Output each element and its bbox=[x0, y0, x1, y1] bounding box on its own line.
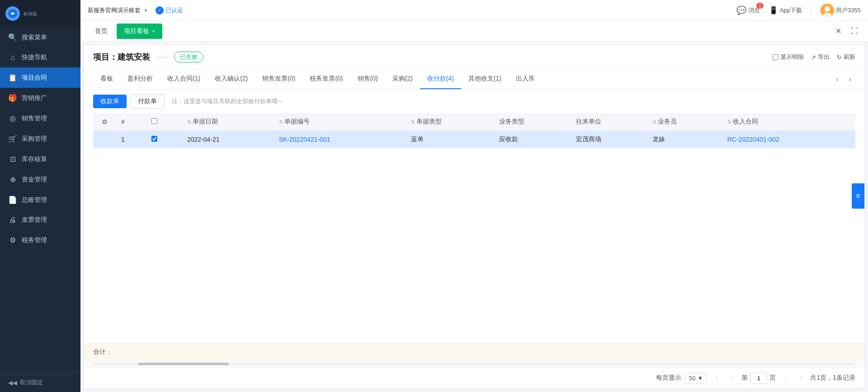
export-button[interactable]: ↗ 导出 bbox=[811, 53, 830, 61]
sidebar-item-label: 资金管理 bbox=[22, 176, 47, 184]
last-page-btn[interactable]: ⟩ bbox=[795, 372, 807, 384]
sidebar-header: 标准版 bbox=[0, 0, 80, 27]
select-all-checkbox[interactable] bbox=[151, 118, 157, 124]
account-selector[interactable]: 新服务官网演示账套 ▼ bbox=[88, 6, 148, 14]
row-no: 1 bbox=[116, 131, 146, 148]
sidebar-item-marketing[interactable]: 🎁 营销推广 bbox=[0, 88, 80, 108]
sidebar-item-purchase[interactable]: 🛒 采购管理 bbox=[0, 129, 80, 149]
total-info: 共1页，1条记录 bbox=[810, 374, 855, 382]
row-gear[interactable] bbox=[93, 131, 116, 148]
th-gear[interactable]: ⚙ bbox=[93, 113, 116, 131]
page-input[interactable] bbox=[750, 372, 767, 384]
subnav-tab-receipts[interactable]: 收付款(4) bbox=[420, 69, 461, 89]
receipts-btn[interactable]: 收款单 bbox=[93, 95, 127, 108]
row-income-contract[interactable]: RC-20220401-002 bbox=[722, 131, 855, 148]
scrollbar-row bbox=[84, 361, 864, 367]
certified-badge: ✓ 已认证 bbox=[156, 6, 183, 14]
right-panel-toggle[interactable]: ≡ bbox=[852, 183, 864, 209]
invoice-icon: 🖨 bbox=[8, 216, 17, 224]
app-logo bbox=[5, 6, 20, 21]
th-checkbox[interactable] bbox=[146, 113, 181, 131]
subnav-tab-warehouse[interactable]: 出入库 bbox=[509, 69, 542, 89]
row-select-checkbox[interactable] bbox=[151, 136, 157, 142]
message-button[interactable]: 💬 消息 1 bbox=[736, 5, 760, 15]
scrollbar-track[interactable] bbox=[93, 363, 855, 365]
app-download-button[interactable]: 📱 App下载 bbox=[769, 6, 802, 14]
subnav-next-btn[interactable]: › bbox=[844, 74, 855, 85]
scrollbar-thumb[interactable] bbox=[138, 363, 229, 365]
th-salesman[interactable]: 业务员 bbox=[647, 113, 722, 131]
sidebar-item-quick-nav[interactable]: ⌂ 快捷导航 bbox=[0, 48, 80, 67]
project-more-icon[interactable]: ··· bbox=[157, 53, 167, 62]
tabbar: 首页 项目看板 × ✕ ⛶ bbox=[80, 21, 868, 42]
subnav-tab-income-contract[interactable]: 收入合同(1) bbox=[160, 69, 208, 89]
table-container: ⚙ # 单据日期 单据编号 单据类型 业务类型 往来单位 业务员 收入合同 bbox=[84, 113, 864, 343]
tab-project-kanban[interactable]: 项目看板 × bbox=[117, 24, 162, 39]
payments-btn[interactable]: 付款单 bbox=[130, 94, 165, 109]
next-page-btn[interactable]: › bbox=[779, 372, 791, 384]
tab-close-icon[interactable]: × bbox=[152, 28, 155, 34]
refresh-button[interactable]: ↻ 刷新 bbox=[837, 53, 855, 61]
tab-maximize-button[interactable]: ⛶ bbox=[848, 25, 861, 38]
sidebar-item-search[interactable]: 🔍 搜索菜单 bbox=[0, 27, 80, 48]
show-detail-toggle[interactable]: 显示明细 bbox=[773, 53, 804, 61]
sidebar-item-label: 销售管理 bbox=[22, 115, 47, 123]
app-download-label: App下载 bbox=[780, 6, 802, 14]
per-page-select[interactable]: 50 ▼ bbox=[685, 373, 707, 383]
th-income-contract[interactable]: 收入合同 bbox=[722, 113, 855, 131]
sidebar-item-sales[interactable]: ◎ 销售管理 bbox=[0, 108, 80, 129]
subnav-tab-profit[interactable]: 盈利分析 bbox=[120, 69, 160, 89]
first-page-btn[interactable]: ⟨ bbox=[711, 372, 722, 384]
row-checkbox[interactable] bbox=[146, 131, 181, 148]
sidebar-item-ledger[interactable]: 📄 总账管理 bbox=[0, 190, 80, 210]
th-number[interactable]: 单据编号 bbox=[274, 113, 406, 131]
subnav-tab-purchase[interactable]: 采购(2) bbox=[385, 69, 420, 89]
row-salesman: 龙妹 bbox=[647, 131, 722, 148]
row-number-link[interactable]: SK-20220421-001 bbox=[279, 136, 330, 143]
gift-icon: 🎁 bbox=[8, 94, 17, 102]
subnav-tab-income-confirm[interactable]: 收入确认(2) bbox=[208, 69, 255, 89]
sidebar-item-label: 项目合同 bbox=[22, 74, 47, 82]
sales-icon: ◎ bbox=[8, 114, 17, 123]
th-type[interactable]: 单据类型 bbox=[406, 113, 494, 131]
subnav-tab-tax-invoice[interactable]: 税务发票(0) bbox=[302, 69, 350, 89]
note-text: 注：这里是与项目关联的全部收付款单哦～ bbox=[172, 97, 283, 105]
topbar-right: 💬 消息 1 📱 App下载 用户3355 bbox=[736, 4, 861, 17]
row-date: 2022-04-21 bbox=[182, 131, 274, 148]
refresh-icon: ↻ bbox=[837, 54, 842, 61]
subnav-prev-btn[interactable]: ‹ bbox=[832, 74, 843, 85]
phone-icon: 📱 bbox=[769, 6, 778, 14]
subnav-tab-sales[interactable]: 销售(0) bbox=[350, 69, 385, 89]
row-type: 蓝单 bbox=[406, 131, 494, 148]
sidebar-item-project-contract[interactable]: 📋 项目合同 bbox=[0, 67, 80, 88]
row-number[interactable]: SK-20220421-001 bbox=[274, 131, 406, 148]
sidebar-item-inventory[interactable]: ⊡ 库存核算 bbox=[0, 149, 80, 169]
subnav-tab-kanban[interactable]: 看板 bbox=[93, 69, 120, 89]
user-profile-button[interactable]: 用户3355 bbox=[821, 4, 861, 17]
page-label: 第 bbox=[741, 374, 748, 382]
subnav-tab-other[interactable]: 其他收支(1) bbox=[461, 69, 509, 89]
sidebar-item-tax[interactable]: ⚙ 税务管理 bbox=[0, 230, 80, 250]
user-label: 用户3355 bbox=[836, 6, 861, 14]
export-label: 导出 bbox=[818, 53, 830, 61]
sidebar-item-funds[interactable]: ⊕ 资金管理 bbox=[0, 169, 80, 190]
sidebar-footer[interactable]: ◀◀ 取消固定 bbox=[0, 373, 80, 392]
shield-icon: ✓ bbox=[156, 6, 164, 14]
show-detail-checkbox[interactable] bbox=[773, 54, 778, 60]
sub-actionbar: 收款单 付款单 注：这里是与项目关联的全部收付款单哦～ bbox=[84, 90, 864, 113]
row-contract-link[interactable]: RC-20220401-002 bbox=[727, 136, 779, 143]
sidebar-item-label: 快捷导航 bbox=[22, 53, 47, 62]
pin-icon: ◀◀ bbox=[8, 379, 17, 386]
home-icon: ⌂ bbox=[8, 53, 17, 62]
tab-close-button[interactable]: ✕ bbox=[832, 25, 844, 38]
subnav-tab-sales-invoice[interactable]: 销售发票(0) bbox=[255, 69, 302, 89]
app-edition: 标准版 bbox=[24, 11, 37, 17]
th-date[interactable]: 单据日期 bbox=[182, 113, 274, 131]
th-biz-type: 业务类型 bbox=[494, 113, 571, 131]
table-row[interactable]: 1 2022-04-21 SK-20220421-001 蓝单 应收款 宏茂商场… bbox=[93, 131, 855, 148]
project-status-badge: 已生效 bbox=[174, 52, 203, 62]
sidebar-item-invoice[interactable]: 🖨 发票管理 bbox=[0, 210, 80, 230]
tab-home[interactable]: 首页 bbox=[88, 24, 115, 39]
prev-page-btn[interactable]: ‹ bbox=[726, 372, 738, 384]
ledger-icon: 📄 bbox=[8, 196, 17, 204]
